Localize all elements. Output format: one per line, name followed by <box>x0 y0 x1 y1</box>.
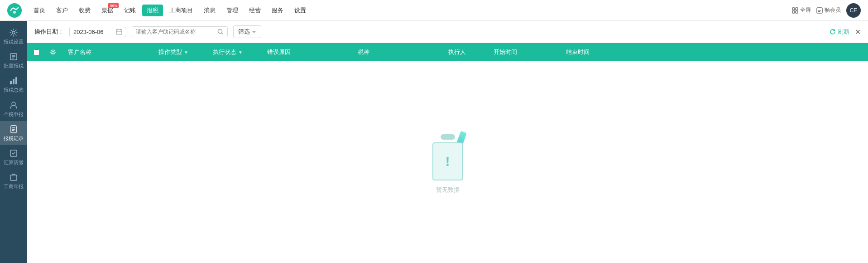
filter-button[interactable]: 筛选 <box>233 25 261 38</box>
sidebar-label-汇算清缴: 汇算清缴 <box>4 160 24 166</box>
th-tax-type: 税种 <box>353 44 444 60</box>
sidebar-label-个税申报: 个税申报 <box>4 112 24 117</box>
sidebar-item-批量报税[interactable]: 批量报税 <box>0 49 27 73</box>
th-checkbox <box>27 46 45 59</box>
sidebar-label-批量报税: 批量报税 <box>4 63 24 69</box>
sidebar-item-报税总览[interactable]: 报税总览 <box>0 73 27 97</box>
app-logo[interactable] <box>7 3 22 18</box>
toolbar-right: 刷新 ✕ <box>830 28 861 36</box>
nav-item-设置[interactable]: 设置 <box>290 5 311 16</box>
th-operation-type: 操作类型 ▼ <box>154 44 208 60</box>
fullscreen-label: 全屏 <box>800 6 811 14</box>
sidebar-label-报税记录: 报税记录 <box>4 136 24 141</box>
nav-right: 全屏 畅会员 CE <box>792 3 861 18</box>
sidebar-icon-报税记录 <box>9 125 18 134</box>
sidebar-label-工商年报: 工商年报 <box>4 184 24 190</box>
nav-item-工商项目[interactable]: 工商项目 <box>165 5 197 16</box>
search-button[interactable] <box>214 27 227 37</box>
svg-point-1 <box>13 11 16 14</box>
gear-icon <box>50 49 56 55</box>
nav-item-服务[interactable]: 服务 <box>267 5 288 16</box>
sidebar-item-工商年报[interactable]: 工商年报 <box>0 169 27 193</box>
sidebar-item-报税记录[interactable]: 报税记录 <box>0 121 27 145</box>
refresh-icon <box>830 29 836 35</box>
svg-rect-4 <box>792 11 795 13</box>
nav-item-报税[interactable]: 报税 <box>142 5 163 16</box>
date-picker[interactable] <box>69 27 126 37</box>
calendar-icon <box>116 29 122 35</box>
svg-point-7 <box>12 31 15 34</box>
sidebar: 报税设置批量报税报税总览个税申报报税记录汇算清缴工商年报 <box>0 21 27 263</box>
avatar[interactable]: CE <box>846 3 861 18</box>
empty-text: 暂无数据 <box>436 186 460 194</box>
member-btn[interactable]: 畅会员 <box>816 6 841 14</box>
select-all-checkbox[interactable] <box>34 49 39 55</box>
clipboard-body: ! <box>432 142 463 180</box>
sidebar-icon-报税总览 <box>9 76 18 85</box>
svg-point-0 <box>7 3 22 18</box>
svg-rect-16 <box>116 29 122 34</box>
sidebar-icon-报税设置 <box>9 28 18 37</box>
svg-rect-2 <box>792 8 795 10</box>
fullscreen-btn[interactable]: 全屏 <box>792 6 811 14</box>
main-layout: 报税设置批量报税报税总览个税申报报税记录汇算清缴工商年报 操作日期： 筛选 <box>0 21 868 263</box>
th-end-time: 结束时间 <box>561 44 616 60</box>
svg-rect-10 <box>13 79 14 84</box>
table-header: 客户名称 操作类型 ▼ 执行状态 ▼ 错误原因 税种 执行人 开始时间 结束时间 <box>27 43 868 61</box>
th-gear <box>45 45 63 59</box>
nav-item-管理[interactable]: 管理 <box>222 5 243 16</box>
sort-icon-operation-type: ▼ <box>184 50 188 55</box>
th-executor: 执行人 <box>444 44 489 60</box>
search-wrapper <box>132 26 228 37</box>
sidebar-label-报税设置: 报税设置 <box>4 39 24 45</box>
sort-icon-execution-status: ▼ <box>238 50 243 55</box>
sidebar-item-汇算清缴[interactable]: 汇算清缴 <box>0 145 27 169</box>
close-button[interactable]: ✕ <box>855 28 861 36</box>
search-icon <box>217 29 224 35</box>
refresh-label: 刷新 <box>838 28 849 36</box>
sidebar-label-报税总览: 报税总览 <box>4 87 24 93</box>
content-area: 操作日期： 筛选 刷新 ✕ <box>27 21 868 263</box>
badge-new: new <box>108 3 119 8</box>
empty-icon: ! <box>425 131 470 180</box>
nav-item-客户[interactable]: 客户 <box>52 5 72 16</box>
svg-point-18 <box>52 51 54 54</box>
nav-items: 首页客户收费票据new记账报税工商项目消息管理经营服务设置 <box>29 5 792 16</box>
exclamation-mark: ! <box>433 143 462 180</box>
search-input[interactable] <box>132 27 214 37</box>
filter-label: 筛选 <box>238 28 250 36</box>
date-label: 操作日期： <box>34 28 64 36</box>
date-input[interactable] <box>73 29 114 35</box>
nav-item-收费[interactable]: 收费 <box>74 5 95 16</box>
svg-rect-5 <box>796 11 798 13</box>
th-client-name: 客户名称 <box>63 44 154 60</box>
sidebar-item-个税申报[interactable]: 个税申报 <box>0 97 27 121</box>
svg-rect-9 <box>10 81 12 84</box>
chevron-down-icon <box>252 29 256 34</box>
toolbar: 操作日期： 筛选 刷新 ✕ <box>27 21 868 43</box>
sidebar-item-报税设置[interactable]: 报税设置 <box>0 24 27 49</box>
clipboard-clip <box>441 134 455 140</box>
refresh-button[interactable]: 刷新 <box>830 28 849 36</box>
empty-illustration: ! 暂无数据 <box>425 131 470 194</box>
table-body: ! 暂无数据 <box>27 61 868 263</box>
nav-item-消息[interactable]: 消息 <box>199 5 220 16</box>
nav-item-经营[interactable]: 经营 <box>245 5 265 16</box>
th-error-reason: 错误原因 <box>263 44 353 60</box>
svg-rect-11 <box>15 77 17 84</box>
sidebar-icon-个税申报 <box>9 101 18 110</box>
sidebar-icon-工商年报 <box>9 173 18 182</box>
th-execution-status: 执行状态 ▼ <box>208 44 263 60</box>
nav-item-票据[interactable]: 票据new <box>97 5 118 16</box>
top-nav: 首页客户收费票据new记账报税工商项目消息管理经营服务设置 全屏 畅会员 CE <box>0 0 868 21</box>
sidebar-icon-批量报税 <box>9 52 18 61</box>
svg-rect-3 <box>796 8 798 10</box>
nav-item-首页[interactable]: 首页 <box>29 5 50 16</box>
member-label: 畅会员 <box>825 6 841 14</box>
table-container: 客户名称 操作类型 ▼ 执行状态 ▼ 错误原因 税种 执行人 开始时间 结束时间 <box>27 43 868 263</box>
svg-rect-15 <box>10 175 17 180</box>
sidebar-icon-汇算清缴 <box>9 149 18 158</box>
th-start-time: 开始时间 <box>489 44 561 60</box>
nav-item-记账[interactable]: 记账 <box>120 5 140 16</box>
